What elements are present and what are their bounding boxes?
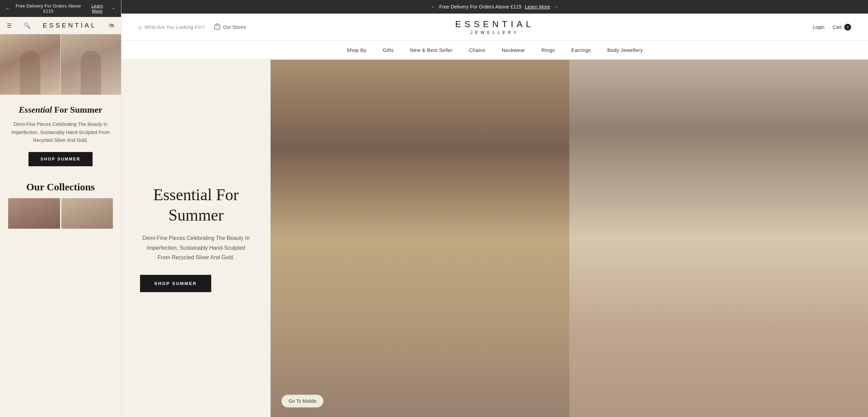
mobile-hero-image-left [0, 34, 60, 95]
mobile-hero-images [0, 34, 121, 95]
desktop-hero-title: Essential For Summer [140, 185, 252, 225]
desktop-logo-main: ESSENTIAL [455, 19, 534, 30]
desktop-hero: Essential For Summer Demi-Fine Pieces Ce… [121, 60, 868, 417]
search-icon: ⌕ [138, 24, 142, 30]
search-icon[interactable]: 🔍 [24, 22, 31, 29]
mobile-hero-section: Essential For Summer Demi-Fine Pieces Ce… [0, 95, 121, 173]
menu-icon[interactable]: ☰ [7, 22, 12, 29]
svg-point-7 [423, 248, 428, 253]
desktop-login-button[interactable]: Login [813, 24, 824, 30]
cart-count-badge: 0 [844, 24, 851, 31]
mobile-shop-summer-button[interactable]: SHOP SUMMER [28, 152, 93, 166]
desktop-cart-button[interactable]: Cart 0 [833, 24, 851, 31]
svg-point-12 [760, 296, 797, 343]
nav-item-new-best-seller[interactable]: New & Best Seller [410, 41, 453, 59]
desktop-search-placeholder[interactable]: What Are You Looking For? [144, 24, 205, 30]
nav-item-earrings[interactable]: Earrings [571, 41, 591, 59]
mobile-announcement-bar: ← Free Delivery For Orders Above £115 Le… [0, 0, 121, 17]
desktop-search-container[interactable]: ⌕ What Are You Looking For? [138, 24, 205, 30]
svg-point-4 [395, 134, 528, 234]
desktop-announcement-text: Free Delivery For Orders Above £115 [439, 4, 521, 10]
desktop-hero-image-2 [569, 60, 868, 417]
mobile-collections-section: Our Collections [0, 173, 121, 234]
go-to-mobile-button[interactable]: Go To Mobile [281, 395, 323, 407]
stores-label: Our Stores [223, 24, 246, 30]
nav-item-gifts[interactable]: Gifts [383, 41, 394, 59]
nav-item-neckwear[interactable]: Neckwear [502, 41, 525, 59]
nav-item-shop-by[interactable]: Shop By [347, 41, 367, 59]
mobile-hero-image-right [61, 34, 121, 95]
svg-point-9 [663, 76, 774, 204]
mobile-header: ☰ 🔍 ESSENTIAL 🛍 [0, 17, 121, 34]
mobile-panel: ← Free Delivery For Orders Above £115 Le… [0, 0, 121, 417]
cart-label: Cart [833, 24, 842, 30]
desktop-hero-image-1 [271, 60, 569, 417]
desktop-hero-wrapper: Essential For Summer Demi-Fine Pieces Ce… [121, 60, 868, 417]
svg-rect-0 [215, 25, 220, 29]
stores-icon [214, 23, 220, 31]
desktop-header: ⌕ What Are You Looking For? Our Stores E… [121, 14, 868, 41]
desktop-hero-description: Demi-Fine Pieces Celebrating The Beauty … [140, 233, 252, 263]
desktop-header-left: ⌕ What Are You Looking For? Our Stores [138, 23, 246, 31]
svg-point-11 [697, 119, 817, 213]
desktop-shop-summer-button[interactable]: SHOP SUMMER [140, 275, 211, 292]
desktop-logo: ESSENTIAL JEWELLERY [455, 19, 534, 35]
mobile-collections-preview [8, 198, 113, 229]
cart-icon[interactable]: 🛍 [109, 22, 114, 29]
mobile-announcement-text: Free Delivery For Orders Above £115 [13, 3, 83, 14]
mobile-hero-description: Demi-Fine Pieces Celebrating The Beauty … [8, 120, 113, 145]
svg-rect-1 [271, 60, 569, 417]
mobile-hero-title: Essential For Summer [8, 104, 113, 116]
nav-item-rings[interactable]: Rings [541, 41, 555, 59]
desktop-announcement-bar: ← Free Delivery For Orders Above £115 Le… [121, 0, 868, 14]
desktop-logo-sub: JEWELLERY [455, 30, 534, 35]
desktop-next-arrow[interactable]: → [554, 4, 558, 10]
desktop-stores-link[interactable]: Our Stores [214, 23, 246, 31]
mobile-collections-title: Our Collections [8, 181, 113, 193]
desktop-panel: ← Free Delivery For Orders Above £115 Le… [121, 0, 868, 417]
desktop-header-right: Login Cart 0 [813, 24, 851, 31]
mobile-next-arrow[interactable]: → [111, 6, 116, 11]
svg-point-6 [412, 248, 417, 253]
svg-rect-8 [569, 60, 868, 417]
desktop-learn-more-link[interactable]: Learn More [525, 4, 550, 10]
nav-item-chains[interactable]: Chains [469, 41, 486, 59]
mobile-logo: ESSENTIAL [43, 22, 97, 29]
mobile-hero-title-italic: Essential [19, 105, 52, 115]
svg-point-2 [362, 93, 478, 226]
nav-item-body-jewellery[interactable]: Body Jewellery [607, 41, 643, 59]
svg-point-5 [417, 249, 423, 256]
svg-rect-3 [370, 193, 470, 417]
mobile-prev-arrow[interactable]: ← [5, 6, 10, 11]
desktop-hero-text: Essential For Summer Demi-Fine Pieces Ce… [121, 60, 271, 417]
mobile-hero-title-rest: For Summer [52, 105, 102, 115]
desktop-navigation: Shop By Gifts New & Best Seller Chains N… [121, 41, 868, 60]
mobile-collection-item-1[interactable] [8, 198, 60, 229]
mobile-collection-item-2[interactable] [61, 198, 113, 229]
desktop-prev-arrow[interactable]: ← [431, 4, 436, 10]
mobile-learn-more-link[interactable]: Learn More [86, 3, 108, 14]
svg-rect-10 [672, 183, 766, 417]
